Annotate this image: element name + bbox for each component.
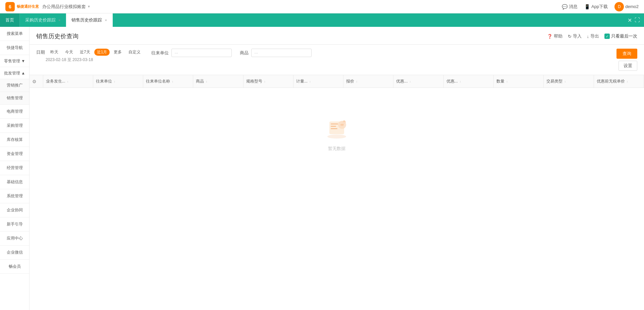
th-business-date[interactable]: 业务发生... ↕ — [43, 75, 93, 88]
import-action[interactable]: ↻ 导入 — [568, 33, 582, 39]
sidebar-item-retail-mgmt[interactable]: 零售管理 ▼ — [0, 55, 29, 67]
page-header: 销售历史价查询 ❓ 帮助 ↻ 导入 ↓ 导出 ✓ 只看最后一次 — [30, 27, 644, 45]
only-last-checkbox[interactable]: ✓ 只看最后一次 — [604, 33, 637, 39]
sidebar-item-ecommerce[interactable]: 电商管理 — [0, 105, 29, 119]
th-trade-type-label: 交易类型 — [546, 79, 562, 84]
th-partner-name[interactable]: 往来单位名称 ↕ — [143, 75, 193, 88]
partner-filter-group: 往来单位 ··· — [151, 49, 232, 57]
page-actions: ❓ 帮助 ↻ 导入 ↓ 导出 ✓ 只看最后一次 — [547, 33, 638, 39]
checkbox-icon[interactable]: ✓ — [604, 34, 610, 39]
help-action[interactable]: ❓ 帮助 — [547, 33, 562, 39]
export-action[interactable]: ↓ 导出 — [587, 33, 599, 39]
svg-point-0 — [327, 135, 346, 139]
goods-label: 商品 — [240, 50, 249, 56]
svg-rect-3 — [331, 126, 336, 127]
sidebar-item-member[interactable]: 畅会员 — [0, 260, 29, 274]
goods-filter-group: 商品 ··· — [240, 49, 312, 57]
logo-letter: 6 — [9, 4, 11, 9]
export-label: 导出 — [590, 33, 599, 39]
tab-home-label: 首页 — [5, 17, 14, 23]
table-container: ⚙ 业务发生... ↕ 往来单位 ↕ 往来单位名称 ↕ — [30, 75, 644, 310]
date-options: 昨天 今天 近7天 近1月 更多 自定义 — [48, 49, 143, 56]
date-filter-group: 日期 昨天 今天 近7天 近1月 更多 自定义 2023-02-18 至 202… — [36, 49, 143, 63]
sidebar-item-wholesale-mgmt[interactable]: 批发管理 ▲ — [0, 67, 29, 79]
message-action[interactable]: 💬 消息 — [562, 4, 578, 10]
settings-button[interactable]: 设置 — [619, 61, 637, 71]
th-settings: ⚙ — [30, 75, 43, 88]
svg-rect-2 — [331, 123, 338, 124]
empty-icon — [323, 115, 350, 142]
date-option-last1m[interactable]: 近1月 — [94, 49, 110, 56]
sidebar-item-sales-mgmt[interactable]: 销售管理 — [0, 92, 29, 105]
th-no-tax-price[interactable]: 优惠前无税单价 ↕ — [594, 75, 644, 88]
close-window-btn[interactable]: ✕ — [628, 17, 632, 23]
page-title: 销售历史价查询 — [36, 32, 78, 40]
date-option-today[interactable]: 今天 — [62, 49, 76, 56]
sidebar-item-inventory[interactable]: 库存核算 — [0, 133, 29, 147]
sidebar-item-search-menu[interactable]: 搜索菜单 — [0, 27, 29, 41]
goods-input[interactable]: ··· — [251, 49, 312, 57]
th-spec[interactable]: 规格型号 ↕ — [243, 75, 293, 88]
export-icon: ↓ — [587, 34, 589, 39]
app-title-dropdown[interactable]: 办公用品行业模拟账套 ▼ — [42, 4, 91, 10]
th-trade-type[interactable]: 交易类型 ↕ — [544, 75, 594, 88]
th-discount2[interactable]: 优惠... ↕ — [443, 75, 493, 88]
import-label: 导入 — [573, 33, 582, 39]
tab-sales-history[interactable]: 销售历史价跟踪 × — [66, 13, 112, 27]
sidebar-item-enterprise-wechat[interactable]: 企业微信 — [0, 246, 29, 260]
tab-sales-close[interactable]: × — [105, 18, 107, 22]
th-spec-label: 规格型号 — [246, 79, 262, 84]
sidebar-item-finance[interactable]: 资金管理 — [0, 147, 29, 161]
th-quantity[interactable]: 数量 ↕ — [494, 75, 544, 88]
sort-arrows-partner-name: ↕ — [172, 80, 173, 83]
page-content: 销售历史价查询 ❓ 帮助 ↻ 导入 ↓ 导出 ✓ 只看最后一次 — [30, 27, 644, 310]
tab-home[interactable]: 首页 — [0, 13, 20, 27]
th-goods[interactable]: 商品 ↕ — [193, 75, 243, 88]
sidebar-ecommerce-label: 电商管理 — [7, 109, 23, 114]
app-download-label: App下载 — [591, 4, 608, 10]
gear-icon[interactable]: ⚙ — [32, 79, 37, 84]
tab-purchase-history[interactable]: 采购历史价跟踪 × — [20, 13, 66, 27]
sidebar-app-center-label: 应用中心 — [7, 236, 23, 241]
query-button[interactable]: 查询 — [616, 49, 637, 59]
sidebar-item-basic-info[interactable]: 基础信息 — [0, 175, 29, 189]
th-discount1[interactable]: 优惠... ↕ — [393, 75, 443, 88]
sidebar-quick-nav-label: 快捷导航 — [7, 45, 23, 50]
partner-input[interactable]: ··· — [171, 49, 232, 57]
user-name: demo2 — [625, 4, 639, 9]
sidebar-item-quick-nav[interactable]: 快捷导航 — [0, 41, 29, 55]
date-option-last7[interactable]: 近7天 — [77, 49, 93, 56]
th-partner-code-label: 往来单位 — [96, 79, 112, 84]
only-last-label: 只看最后一次 — [611, 33, 637, 39]
user-avatar: D — [614, 2, 624, 11]
import-icon: ↻ — [568, 34, 572, 39]
message-label: 消息 — [569, 4, 578, 10]
sidebar-basic-info-label: 基础信息 — [7, 179, 23, 184]
th-quote[interactable]: 报价 ↕ — [343, 75, 393, 88]
sidebar-item-system-mgmt[interactable]: 系统管理 — [0, 189, 29, 203]
help-label: 帮助 — [554, 33, 562, 39]
sidebar-item-newcomer[interactable]: 新手引导 — [0, 217, 29, 231]
sidebar-newcomer-label: 新手引导 — [7, 222, 23, 226]
sidebar-item-app-center[interactable]: 应用中心 — [0, 231, 29, 246]
sidebar-retail-label: 零售管理 ▼ — [4, 59, 25, 63]
sidebar-sales-mgmt-label: 销售管理 — [7, 96, 23, 100]
empty-state: 暂无数据 — [30, 88, 644, 178]
date-option-yesterday[interactable]: 昨天 — [48, 49, 61, 56]
sidebar-purchase-mgmt-label: 采购管理 — [7, 123, 23, 128]
sort-arrows-quantity: ↕ — [506, 80, 507, 83]
sidebar-item-marketing[interactable]: 营销推广 — [0, 79, 29, 92]
date-option-custom[interactable]: 自定义 — [126, 49, 143, 56]
maximize-btn[interactable]: ⛶ — [635, 17, 640, 23]
sidebar-item-operations[interactable]: 经营管理 — [0, 161, 29, 175]
user-area[interactable]: D demo2 — [614, 2, 639, 11]
tab-purchase-close[interactable]: × — [58, 18, 60, 22]
sort-arrows-trade-type: ↕ — [565, 80, 566, 83]
date-option-more[interactable]: 更多 — [111, 49, 124, 56]
th-partner-code[interactable]: 往来单位 ↕ — [93, 75, 143, 88]
app-download-action[interactable]: 📱 App下载 — [584, 4, 608, 10]
th-unit[interactable]: 计量... ↕ — [293, 75, 343, 88]
avatar-letter: D — [618, 4, 621, 9]
sidebar-item-enterprise[interactable]: 企业协同 — [0, 203, 29, 217]
sidebar-item-purchase-mgmt[interactable]: 采购管理 — [0, 119, 29, 133]
